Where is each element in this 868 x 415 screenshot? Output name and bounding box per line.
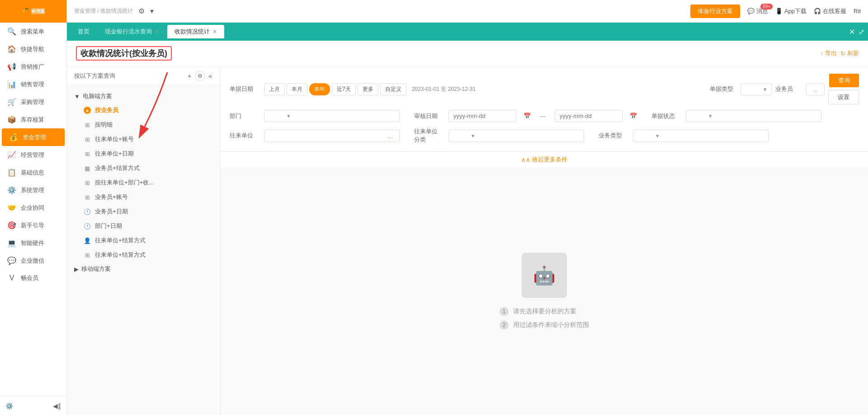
header-gear-btn[interactable]: ⚙ — [138, 7, 145, 15]
tree-group-pc[interactable]: ▼ 电脑端方案 — [67, 90, 220, 103]
sidebar-item-search-menu[interactable]: 🔍 搜索菜单 — [0, 23, 66, 40]
capital-icon: 💰 — [9, 133, 18, 141]
scheme-settings-btn[interactable]: ⚙ — [195, 71, 205, 81]
messages-btn[interactable]: 💬 消息 99+ — [747, 7, 768, 15]
sidebar-item-system[interactable]: ⚙️ 系统管理 — [0, 181, 66, 199]
detail-scheme-icon: ⊞ — [83, 121, 91, 129]
date-btn-last-month[interactable]: 上月 — [264, 83, 285, 95]
date-btn-this-year[interactable]: 本年 — [309, 83, 330, 95]
sidebar-settings-btn[interactable]: ⚙️ — [5, 401, 14, 410]
tree-item-dept-date[interactable]: 🕐 部门+日期 — [67, 219, 220, 233]
salesman-more-btn[interactable]: ... — [813, 86, 818, 93]
date-btn-7days[interactable]: 近7天 — [332, 83, 356, 95]
sidebar-item-operation[interactable]: 📈 经营管理 — [0, 146, 66, 164]
header-dropdown-btn[interactable]: ▾ — [150, 7, 154, 15]
sidebar-item-basic-info[interactable]: 📋 基础信息 — [0, 164, 66, 181]
voucher-status-select[interactable]: ▾ — [686, 110, 821, 122]
window-close-btn[interactable]: ✕ — [849, 28, 855, 36]
panel-collapse-btn[interactable]: « — [208, 71, 213, 80]
tree-expand-icon: ▼ — [74, 93, 80, 100]
tree-item-salesman-account[interactable]: ⊞ 业务员+账号 — [67, 190, 220, 204]
page-title: 收款情况统计(按业务员) — [76, 46, 172, 61]
sidebar-item-guide[interactable]: 🎯 新手引导 — [0, 217, 66, 234]
tab-bank-flow[interactable]: 现金银行流水查询 ✕ — [98, 25, 166, 38]
sidebar-item-enterprise[interactable]: 🤝 企业协同 — [0, 199, 66, 217]
tree-item-partner-date[interactable]: ⊞ 往来单位+日期 — [67, 146, 220, 161]
wechat-icon: 💬 — [7, 256, 16, 265]
business-type-select[interactable]: ▾ — [633, 130, 769, 142]
date-btn-custom[interactable]: 自定义 — [380, 83, 406, 95]
tab-bank-flow-close[interactable]: ✕ — [155, 28, 159, 35]
industry-btn[interactable]: 体验行业方案 — [690, 5, 740, 18]
partner-date-icon: ⊞ — [83, 150, 91, 158]
calendar-icon-to[interactable]: 📅 — [630, 113, 637, 119]
tree-item-partner-dept[interactable]: ⊞ 按往来单位+部门+收... — [67, 175, 220, 190]
action-btn-group: 查询 设置 — [828, 74, 859, 104]
tree-item-by-salesman[interactable]: ● 按业务员 — [67, 103, 220, 118]
app-logo: 🍊 标准版 — [0, 0, 66, 23]
content-area: 收款情况统计(按业务员) ↑ 导出 ↻ 刷新 — [67, 41, 868, 415]
collapse-bar[interactable]: ∧∧ 收起更多条件 — [221, 151, 868, 167]
messages-badge: 99+ — [760, 4, 773, 9]
online-service-btn[interactable]: 🎧 在线客服 — [814, 7, 846, 15]
partner-more-btn[interactable]: ... — [388, 132, 393, 139]
add-scheme-btn[interactable]: + — [187, 71, 192, 80]
tab-receipt-stats[interactable]: 收款情况统计 ✕ — [167, 25, 224, 38]
query-btn[interactable]: 查询 — [829, 74, 859, 87]
tab-receipt-stats-close[interactable]: ✕ — [212, 28, 217, 35]
voucher-status-caret: ▾ — [709, 113, 712, 119]
page-title-text: 收款情况统计(按业务员) — [80, 48, 167, 59]
app-download-btn[interactable]: 📱 App下载 — [775, 7, 807, 15]
user-name: Rit — [854, 8, 861, 14]
left-panel-header: 按以下方案查询 + ⚙ « — [67, 66, 220, 86]
refresh-btn[interactable]: ↻ 刷新 — [840, 49, 859, 57]
sidebar-item-inventory[interactable]: 📦 库存核算 — [0, 111, 66, 128]
top-header: 资金管理 / 收款情况统计 ⚙ ▾ 体验行业方案 💬 消息 99+ 📱 App下… — [67, 0, 868, 23]
dept-select[interactable]: ▾ — [264, 110, 400, 122]
tree-group-mobile[interactable]: ▶ 移动端方案 — [67, 262, 220, 276]
calendar-icon-from[interactable]: 📅 — [524, 113, 531, 119]
tree-item-salesman-settlement[interactable]: ▦ 业务员+结算方式 — [67, 161, 220, 175]
sidebar-item-label: 经营管理 — [21, 151, 44, 159]
purchase-icon: 🛒 — [7, 98, 16, 106]
partner-category-caret: ▾ — [472, 132, 475, 139]
tree-item-label: 往来单位+结算方式 — [95, 251, 146, 259]
tab-home[interactable]: 首页 — [71, 25, 97, 38]
tab-bar: 首页 现金银行流水查询 ✕ 收款情况统计 ✕ ✕ ⤢ — [67, 23, 868, 41]
review-date-from[interactable] — [448, 110, 516, 122]
sidebar-item-marketing[interactable]: 📢 营销推广 — [0, 58, 66, 75]
sidebar-item-member[interactable]: V 畅会员 — [0, 269, 66, 287]
set-btn[interactable]: 设置 — [828, 90, 859, 104]
date-filter-label: 单据日期 — [230, 85, 257, 93]
empty-steps: 1 请先选择要分析的方案 2 用过滤条件来缩小分析范围 — [500, 307, 589, 330]
home-icon: 🏠 — [7, 45, 16, 53]
partner-account-icon: ⊞ — [83, 135, 91, 143]
filter-row-dept: 部门 ▾ 审核日期 📅 — 📅 — [230, 110, 859, 122]
tab-bar-right: ✕ ⤢ — [849, 28, 864, 36]
review-date-to[interactable] — [555, 110, 623, 122]
export-btn[interactable]: ↑ 导出 — [821, 49, 837, 57]
tree-item-partner-settlement2[interactable]: ⊞ 往来单位+结算方式 — [67, 248, 220, 262]
tree-item-label: 按往来单位+部门+收... — [95, 179, 154, 187]
date-btn-this-month[interactable]: 本月 — [287, 83, 307, 95]
sidebar-item-sales[interactable]: 📊 销售管理 — [0, 75, 66, 93]
header-right: 体验行业方案 💬 消息 99+ 📱 App下载 🎧 在线客服 Rit — [690, 5, 861, 18]
sidebar-item-purchase[interactable]: 🛒 采购管理 — [0, 93, 66, 111]
sidebar: 🍊 标准版 🔍 搜索菜单 🏠 快捷导航 📢 营销推广 📊 销售管理 🛒 — [0, 0, 67, 415]
tree-item-salesman-date[interactable]: 🕐 业务员+日期 — [67, 204, 220, 219]
tree-item-partner-account[interactable]: ⊞ 往来单位+账号 — [67, 132, 220, 146]
sidebar-item-wechat[interactable]: 💬 企业微信 — [0, 252, 66, 269]
tree-item-by-detail[interactable]: ⊞ 按明细 — [67, 118, 220, 132]
inventory-icon: 📦 — [7, 115, 16, 124]
partner-dept-icon: ⊞ — [83, 179, 91, 187]
voucher-type-select[interactable]: ▾ — [741, 83, 772, 95]
date-btn-more[interactable]: 更多 — [358, 83, 378, 95]
sidebar-item-quick-nav[interactable]: 🏠 快捷导航 — [0, 40, 66, 58]
sidebar-item-capital[interactable]: 💰 资金管理 — [2, 128, 65, 146]
sidebar-item-label: 销售管理 — [21, 80, 44, 89]
tree-item-partner-settlement1[interactable]: 👤 往来单位+结算方式 — [67, 233, 220, 248]
sidebar-collapse-btn[interactable]: ◀‖ — [52, 401, 62, 410]
sidebar-item-smart-hw[interactable]: 💻 智能硬件 — [0, 234, 66, 252]
partner-category-select[interactable]: ▾ — [448, 130, 584, 142]
window-expand-btn[interactable]: ⤢ — [859, 28, 864, 36]
